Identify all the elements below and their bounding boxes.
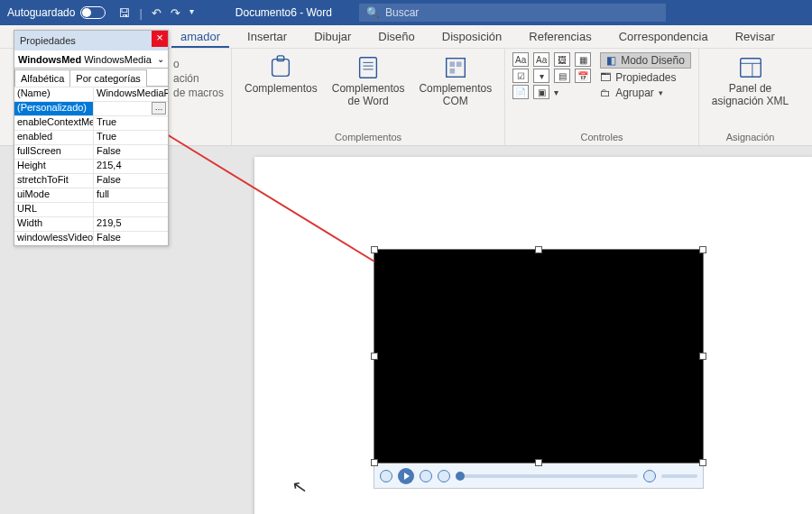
property-row[interactable]: (Personalizado)… <box>14 101 168 115</box>
property-value[interactable]: 219,5 <box>94 217 168 231</box>
ribbon-group-complementos: Complementos Complementos de Word Comple… <box>232 49 505 145</box>
control-picture-icon[interactable]: 🖼 <box>554 52 570 67</box>
search-box[interactable]: 🔍 Buscar <box>359 4 666 22</box>
group-label: Complementos <box>335 132 401 145</box>
control-date-icon[interactable]: 📅 <box>575 69 591 83</box>
document-title: Documento6 - Word <box>235 6 332 19</box>
media-player-controls <box>374 464 704 489</box>
svg-rect-2 <box>360 58 377 78</box>
media-play-icon[interactable] <box>398 468 414 484</box>
property-value[interactable]: False <box>94 145 168 159</box>
tab-correspondencia[interactable]: Correspondencia <box>610 26 717 48</box>
resize-handle[interactable] <box>371 353 378 360</box>
document-page[interactable] <box>254 157 812 514</box>
media-video-area[interactable] <box>374 249 704 464</box>
property-row[interactable]: URL <box>14 202 168 216</box>
property-name: enabled <box>14 131 94 144</box>
object-selector[interactable]: WindowsMed WindowsMedia ⌄ <box>14 50 168 69</box>
group-icon: 🗀 <box>600 87 611 99</box>
control-more-icon[interactable]: ▾ <box>554 87 558 97</box>
divider: | <box>139 6 142 20</box>
propiedades-button[interactable]: 🗔 Propiedades <box>600 71 691 84</box>
control-legacy-icon[interactable]: 📄 <box>512 85 529 99</box>
property-row[interactable]: (Name)WindowsMediaP <box>14 87 168 101</box>
svg-rect-8 <box>457 61 462 67</box>
property-value[interactable]: False <box>94 174 168 188</box>
resize-handle[interactable] <box>699 246 706 253</box>
media-prev-icon[interactable] <box>380 470 392 482</box>
control-repeating-icon[interactable]: ▣ <box>533 85 549 99</box>
svg-rect-9 <box>449 69 455 74</box>
property-name: uiMode <box>14 188 94 202</box>
complementos-button[interactable]: Complementos <box>239 52 323 110</box>
resize-handle[interactable] <box>371 246 378 253</box>
property-value[interactable]: True <box>94 131 168 144</box>
group-label: Asignación <box>726 132 775 145</box>
chevron-down-icon: ▾ <box>659 88 663 97</box>
property-row[interactable]: enableContextMeTrue <box>14 115 168 130</box>
property-row[interactable]: stretchToFitFalse <box>14 173 168 188</box>
agrupar-button[interactable]: 🗀 Agrupar ▾ <box>600 87 691 99</box>
control-dropdown-icon[interactable]: ▤ <box>554 69 570 83</box>
modo-diseno-button[interactable]: ◧ Modo Diseño <box>600 52 691 69</box>
panel-asignacion-xml-button[interactable]: Panel de asignación XML <box>706 52 794 110</box>
tab-por-categorias[interactable]: Por categorías <box>70 69 147 87</box>
control-combobox-icon[interactable]: ▾ <box>533 69 549 83</box>
property-name: stretchToFit <box>14 174 94 188</box>
tab-dibujar[interactable]: Dibujar <box>305 26 360 48</box>
media-next-icon[interactable] <box>438 470 450 482</box>
property-name: windowlessVideo <box>14 232 94 245</box>
property-row[interactable]: fullScreenFalse <box>14 144 168 159</box>
media-volume-slider[interactable] <box>661 474 697 478</box>
complementos-word-button[interactable]: Complementos de Word <box>327 52 411 110</box>
resize-handle[interactable] <box>371 459 378 466</box>
partial-text: ación <box>173 72 199 85</box>
tab-disposicion[interactable]: Disposición <box>433 26 511 48</box>
properties-title-text: Propiedades <box>20 35 76 46</box>
property-row[interactable]: windowlessVideoFalse <box>14 231 168 245</box>
qat-more-icon[interactable]: ▾ <box>189 6 194 20</box>
property-value[interactable]: False <box>94 232 168 245</box>
windows-media-player-object[interactable] <box>374 249 704 491</box>
control-checkbox-icon[interactable]: ☑ <box>512 69 529 83</box>
property-row[interactable]: Height215,4 <box>14 159 168 173</box>
quick-access-toolbar: 🖫 | ↶ ↷ ▾ <box>113 6 198 20</box>
partial-text: o <box>173 58 180 70</box>
property-value[interactable]: 215,4 <box>94 160 168 173</box>
search-placeholder: Buscar <box>385 6 419 19</box>
property-value[interactable]: full <box>94 188 168 202</box>
properties-titlebar[interactable]: Propiedades × <box>14 31 168 50</box>
tab-revisar[interactable]: Revisar <box>726 26 784 48</box>
save-icon[interactable]: 🖫 <box>118 6 130 20</box>
complementos-com-button[interactable]: Complementos COM <box>413 52 497 110</box>
property-value[interactable]: … <box>94 102 168 115</box>
ribbon-group-controles: Aa Aa 🖼 ▦ ☑ ▾ ▤ 📅 📄 ▣ ▾ <box>505 49 699 145</box>
property-row[interactable]: uiModefull <box>14 188 168 202</box>
tab-alfabetica[interactable]: Alfabética <box>14 69 70 87</box>
tab-programador-partial[interactable]: amador <box>171 26 229 48</box>
tab-insertar[interactable]: Insertar <box>238 26 296 48</box>
media-mute-icon[interactable] <box>643 470 656 482</box>
property-value[interactable]: WindowsMediaP <box>94 87 168 101</box>
ellipsis-button[interactable]: … <box>152 102 166 115</box>
media-stop-icon[interactable] <box>420 470 432 482</box>
resize-handle[interactable] <box>699 353 706 360</box>
chevron-down-icon: ⌄ <box>157 54 164 64</box>
autosave-toggle[interactable] <box>80 6 106 19</box>
resize-handle[interactable] <box>699 459 706 466</box>
control-text-icon[interactable]: Aa <box>512 52 529 67</box>
resize-handle[interactable] <box>535 459 542 466</box>
media-seek-slider[interactable] <box>456 474 638 478</box>
close-icon[interactable]: × <box>152 31 168 47</box>
property-row[interactable]: enabledTrue <box>14 130 168 144</box>
control-richtext-icon[interactable]: Aa <box>533 52 549 67</box>
redo-icon[interactable]: ↷ <box>171 6 180 20</box>
property-value[interactable] <box>94 203 168 216</box>
resize-handle[interactable] <box>535 246 542 253</box>
tab-diseno[interactable]: Diseño <box>369 26 423 48</box>
undo-icon[interactable]: ↶ <box>152 6 161 20</box>
tab-referencias[interactable]: Referencias <box>520 26 600 48</box>
property-row[interactable]: Width219,5 <box>14 216 168 231</box>
control-buildingblock-icon[interactable]: ▦ <box>575 52 591 67</box>
property-value[interactable]: True <box>94 116 168 130</box>
